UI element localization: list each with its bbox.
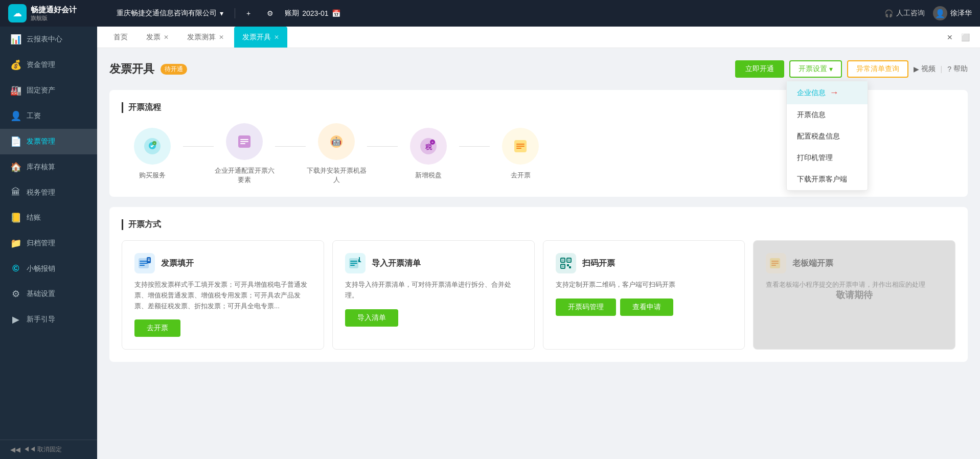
sidebar-item-jiezhang[interactable]: 📒 结账	[0, 205, 97, 231]
close-tab-icon[interactable]: ✕	[945, 31, 955, 43]
method-card-scan: 扫码开票 支持定制开票二维码，客户端可扫码开票 开票码管理 查看申请	[543, 240, 745, 350]
top-bar: ☁ 畅捷通好会计 旗舰版 重庆畅捷交通信息咨询有限公司 ▾ + ⚙ 账期 202…	[0, 0, 980, 27]
tab-label: 发票	[146, 33, 161, 42]
period-info: 账期 2023-01 📅	[285, 9, 340, 18]
step-icon-3: 🤖	[318, 123, 355, 160]
sidebar-label: 库存核算	[27, 163, 55, 172]
sidebar-label: 新手引导	[27, 315, 55, 324]
play-icon: ▶	[10, 314, 21, 325]
dropdown-label: 开票信息	[797, 110, 826, 120]
qrcode-manage-button[interactable]: 开票码管理	[556, 299, 616, 316]
dropdown-item-invoice-info[interactable]: 开票信息	[787, 104, 868, 126]
method-title-2: 导入开票清单	[372, 258, 421, 269]
tab-bar: 首页 发票 ✕ 发票测算 ✕ 发票开具 ✕ ✕ ⬜	[97, 27, 980, 48]
step-divider-4	[459, 146, 490, 147]
dropdown-label: 配置税盘信息	[797, 132, 840, 141]
method-title-3: 扫码开票	[582, 258, 615, 269]
svg-text:税: 税	[425, 143, 432, 151]
sidebar-label: 资金管理	[27, 60, 55, 70]
svg-rect-34	[567, 264, 569, 266]
process-step-5: 去开票	[490, 128, 551, 180]
add-button[interactable]: +	[241, 6, 256, 20]
sidebar-label: 工资	[27, 111, 41, 121]
sidebar-item-xiaochang[interactable]: © 小畅报销	[0, 256, 97, 281]
step-label-2: 企业开通配置开票六要素	[214, 166, 275, 185]
svg-rect-14	[516, 144, 525, 145]
period-value: 2023-01	[302, 9, 328, 17]
divider-pipe: |	[941, 65, 943, 73]
dropdown-item-tax-config[interactable]: 配置税盘信息	[787, 126, 868, 147]
sidebar-item-shuiwu[interactable]: 🏛 税务管理	[0, 180, 97, 205]
company-name: 重庆畅捷交通信息咨询有限公司	[117, 9, 217, 18]
view-apply-button[interactable]: 查看申请	[620, 299, 673, 316]
svg-text:+: +	[431, 141, 434, 144]
period-label: 账期	[285, 9, 299, 18]
sidebar-item-gongzi[interactable]: 👤 工资	[0, 103, 97, 129]
dropdown-item-download-client[interactable]: 下载开票客户端	[787, 169, 868, 190]
calendar-icon[interactable]: 📅	[332, 9, 340, 17]
video-button[interactable]: ▶ 视频	[914, 64, 936, 74]
video-label: 视频	[921, 64, 936, 74]
person-icon: 👤	[10, 110, 21, 122]
method-card-fillout: 发票填开 支持按照发票样式手工填开发票；可开具增值税电子普通发票、增值税普通发票…	[122, 240, 324, 350]
svg-rect-26	[350, 263, 357, 264]
process-step-1: + 购买服务	[122, 128, 183, 180]
settings-button[interactable]: ⚙	[262, 6, 279, 20]
sidebar-item-yunbaobiao[interactable]: 📊 云报表中心	[0, 27, 97, 52]
sidebar-item-kucun[interactable]: 🏠 库存核算	[0, 154, 97, 180]
sidebar-bottom[interactable]: ◀◀ ◀◀ 取消固定	[0, 440, 97, 459]
step-label-1: 购买服务	[139, 171, 166, 180]
sidebar-item-zijin[interactable]: 💰 资金管理	[0, 52, 97, 78]
import-list-button[interactable]: 导入清单	[345, 309, 398, 327]
step-icon-5	[502, 128, 539, 165]
tab-fapiao-kaiju[interactable]: 发票开具 ✕	[234, 27, 287, 48]
svg-rect-31	[568, 259, 570, 261]
svg-rect-5	[240, 141, 248, 142]
user-info[interactable]: 👤 徐泽华	[933, 6, 972, 20]
method-card-boss: 老板端开票 查看老板端小程序提交的开票申请，并作出相应的处理 敬请期待	[753, 240, 955, 350]
invoice-icon: 📄	[10, 136, 21, 147]
svg-rect-22	[148, 259, 150, 260]
step-icon-4: 税+	[410, 128, 447, 165]
tab-home[interactable]: 首页	[105, 27, 136, 48]
settings-btn-label: 开票设置	[799, 64, 827, 74]
support-button[interactable]: 🎧 人工咨询	[884, 9, 925, 18]
sidebar-item-gudingzichan[interactable]: 🏭 固定资产	[0, 78, 97, 103]
logo-text-area: 畅捷通好会计 旗舰版	[31, 5, 77, 22]
page-title-area: 发票开具 待开通	[109, 61, 187, 77]
method-header-3: 扫码开票	[556, 253, 733, 273]
sidebar-item-jichushezhi[interactable]: ⚙ 基础设置	[0, 281, 97, 307]
activate-button[interactable]: 立即开通	[735, 60, 784, 78]
method-header-2: 导入开票清单	[345, 253, 522, 273]
tab-close-icon[interactable]: ✕	[164, 34, 169, 41]
dropdown-item-printer[interactable]: 打印机管理	[787, 147, 868, 169]
maximize-icon[interactable]: ⬜	[959, 31, 972, 43]
avatar: 👤	[933, 6, 947, 20]
process-step-4: 税+ 新增税盘	[398, 128, 459, 180]
help-button[interactable]: ? 帮助	[947, 64, 968, 74]
tab-fapiao[interactable]: 发票 ✕	[138, 27, 177, 48]
header-actions: 立即开通 开票设置 ▾ 异常清单查询 ▶ 视频 | ?	[735, 60, 968, 78]
sidebar-item-xinshouyindao[interactable]: ▶ 新手引导	[0, 307, 97, 332]
goto-invoice-button[interactable]: 去开票	[134, 319, 180, 337]
help-label: 帮助	[953, 64, 968, 74]
svg-rect-19	[140, 263, 148, 264]
page-content: 发票开具 待开通 立即开通 开票设置 ▾ 异常清单查询 ▶ 视频	[97, 48, 980, 459]
abnormal-button[interactable]: 异常清单查询	[847, 60, 908, 78]
method-card-import: 导入开票清单 支持导入待开票清单，可对待开票清单进行拆分、合并处理。 导入清单	[332, 240, 535, 350]
svg-rect-29	[562, 259, 564, 261]
dropdown-label: 打印机管理	[797, 153, 833, 163]
sidebar-item-guidang[interactable]: 📁 归档管理	[0, 231, 97, 256]
dropdown-item-company-info[interactable]: 企业信息 →	[787, 81, 868, 104]
tab-close-icon[interactable]: ✕	[274, 34, 279, 41]
book-icon: 📒	[10, 212, 21, 223]
svg-rect-25	[350, 261, 357, 262]
plus-icon: +	[246, 9, 250, 17]
sidebar-item-fapiao[interactable]: 📄 发票管理	[0, 129, 97, 154]
tab-fapiao-cesuan[interactable]: 发票测算 ✕	[179, 27, 232, 48]
content-area: 首页 发票 ✕ 发票测算 ✕ 发票开具 ✕ ✕ ⬜	[97, 27, 980, 459]
company-selector[interactable]: 重庆畅捷交通信息咨询有限公司 ▾	[111, 6, 229, 21]
settings-dropdown-button[interactable]: 开票设置 ▾	[789, 60, 842, 78]
tab-close-icon[interactable]: ✕	[219, 34, 224, 41]
logo-area: ☁ 畅捷通好会计 旗舰版	[8, 4, 105, 22]
